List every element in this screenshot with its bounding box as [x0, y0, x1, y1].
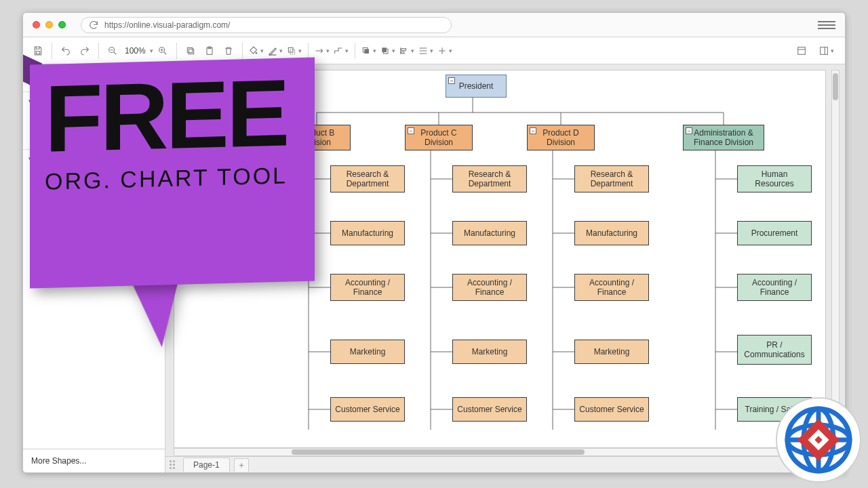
svg-rect-0: [36, 51, 39, 54]
delete-icon[interactable]: [219, 41, 238, 60]
orgchart-shape-swatch[interactable]: [30, 171, 71, 184]
section-label: Scratchpad: [35, 96, 76, 106]
save-icon[interactable]: [28, 41, 47, 60]
node-unit[interactable]: Manufacturing: [452, 221, 527, 245]
node-unit[interactable]: Customer Service: [574, 397, 649, 422]
connector-style-icon[interactable]: ▾: [313, 41, 332, 60]
browser-window: https://online.visual-paradigm.com/ 100%…: [22, 12, 846, 473]
visual-paradigm-logo-icon: [774, 396, 863, 484]
node-president[interactable]: −President: [446, 75, 507, 98]
node-unit[interactable]: Marketing: [574, 340, 649, 364]
node-unit[interactable]: Accounting / Finance: [737, 274, 812, 301]
svg-line-5: [164, 52, 166, 54]
zoom-out-icon[interactable]: [103, 41, 122, 60]
node-unit[interactable]: Marketing: [452, 340, 527, 364]
add-icon[interactable]: ▾: [435, 41, 454, 60]
node-unit[interactable]: Marketing: [330, 340, 405, 364]
section-label: Organization Chart: [35, 154, 103, 163]
svg-rect-19: [382, 47, 387, 52]
svg-rect-23: [401, 52, 404, 54]
align-icon[interactable]: ▾: [397, 41, 416, 60]
svg-rect-31: [820, 47, 827, 54]
shapes-panel: Scratchpad Organization Chart More Shape…: [23, 64, 165, 472]
section-scratchpad[interactable]: Scratchpad: [23, 92, 165, 110]
address-bar[interactable]: https://online.visual-paradigm.com/: [81, 17, 452, 33]
node-unit[interactable]: Customer Service: [330, 397, 405, 422]
node-division-admin[interactable]: −Administration & Finance Division: [683, 125, 764, 150]
node-unit[interactable]: Research & Department: [574, 165, 649, 192]
section-orgchart[interactable]: Organization Chart: [23, 149, 165, 167]
svg-rect-8: [189, 49, 193, 54]
drawing-canvas[interactable]: −President −Product B Division −Product …: [174, 70, 826, 448]
svg-line-2: [114, 52, 116, 54]
page-tab[interactable]: Page-1: [183, 458, 230, 472]
node-unit[interactable]: Customer Service: [452, 397, 527, 422]
more-shapes-button[interactable]: More Shapes...: [23, 449, 165, 472]
svg-rect-9: [187, 47, 192, 52]
window-close-icon[interactable]: [33, 21, 40, 28]
svg-rect-14: [289, 47, 294, 52]
node-unit[interactable]: Research & Department: [452, 165, 527, 192]
to-front-icon[interactable]: ▾: [359, 41, 378, 60]
window-zoom-icon[interactable]: [58, 21, 66, 28]
node-division-c[interactable]: −Product C Division: [405, 125, 473, 150]
tab-grip-icon[interactable]: [170, 460, 179, 470]
shapes-search-input[interactable]: [28, 70, 159, 86]
zoom-level[interactable]: 100%: [122, 46, 149, 56]
shadow-icon[interactable]: ▾: [285, 41, 304, 60]
canvas-vertical-scrollbar[interactable]: [831, 70, 840, 448]
window-minimize-icon[interactable]: [45, 21, 53, 28]
page-tab-bar: Page-1 ＋: [165, 456, 845, 472]
format-panel-icon[interactable]: [792, 41, 811, 60]
redo-icon[interactable]: [75, 41, 94, 60]
app-toolbar: 100%▾ ▾ ▾ ▾ ▾ ▾ ▾: [23, 37, 845, 64]
node-unit[interactable]: Manufacturing: [330, 221, 405, 245]
refresh-icon: [88, 20, 99, 30]
svg-rect-22: [401, 48, 406, 50]
svg-rect-13: [269, 54, 277, 55]
browser-menu-icon[interactable]: [818, 18, 835, 33]
canvas-horizontal-scrollbar[interactable]: [174, 448, 826, 456]
zoom-dropdown-icon[interactable]: ▾: [149, 47, 153, 54]
workspace: Scratchpad Organization Chart More Shape…: [23, 64, 845, 472]
add-page-button[interactable]: ＋: [234, 458, 249, 472]
waypoint-icon[interactable]: ▾: [332, 41, 351, 60]
zoom-in-icon[interactable]: [153, 41, 172, 60]
distribute-icon[interactable]: ▾: [416, 41, 435, 60]
node-unit[interactable]: PR / Communications: [737, 335, 812, 365]
line-color-icon[interactable]: ▾: [266, 41, 285, 60]
copy-icon[interactable]: [181, 41, 200, 60]
paste-icon[interactable]: [200, 41, 219, 60]
node-unit[interactable]: Manufacturing: [574, 221, 649, 245]
node-unit[interactable]: Accounting / Finance: [330, 274, 405, 301]
node-unit[interactable]: Accounting / Finance: [574, 274, 649, 301]
url-text: https://online.visual-paradigm.com/: [104, 20, 230, 30]
node-unit[interactable]: Accounting / Finance: [452, 274, 527, 301]
svg-point-12: [256, 52, 258, 54]
to-back-icon[interactable]: ▾: [378, 41, 397, 60]
svg-rect-29: [798, 47, 806, 54]
svg-rect-17: [365, 49, 370, 54]
node-unit[interactable]: Human Resources: [737, 165, 812, 192]
node-unit[interactable]: Procurement: [737, 221, 812, 245]
node-unit[interactable]: Research & Department: [330, 165, 405, 192]
browser-chrome: https://online.visual-paradigm.com/: [23, 13, 845, 37]
outline-panel-icon[interactable]: ▾: [816, 41, 835, 60]
canvas-area: −President −Product B Division −Product …: [165, 64, 845, 472]
svg-rect-15: [290, 49, 295, 54]
node-division-b[interactable]: −Product B Division: [283, 125, 351, 150]
scratchpad-slot[interactable]: [30, 114, 71, 140]
node-division-d[interactable]: −Product D Division: [527, 125, 595, 150]
undo-icon[interactable]: [56, 41, 75, 60]
fill-color-icon[interactable]: ▾: [247, 41, 266, 60]
